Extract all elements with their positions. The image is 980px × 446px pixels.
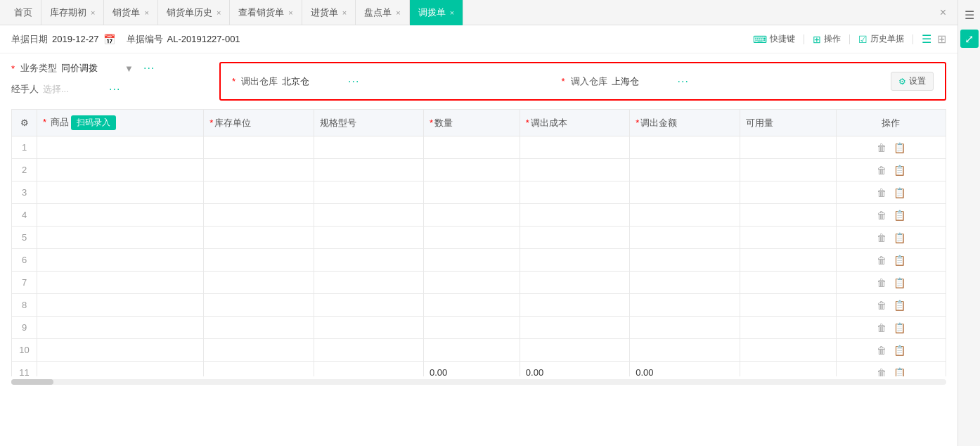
copy-row-icon[interactable]: 📋: [894, 277, 905, 288]
business-type-dropdown[interactable]: ▼: [124, 63, 134, 74]
cost-cell[interactable]: [520, 227, 629, 249]
cost-cell[interactable]: [520, 181, 629, 204]
copy-row-icon[interactable]: 📋: [894, 322, 905, 333]
spec-cell[interactable]: [314, 294, 423, 317]
amount-cell[interactable]: [630, 317, 740, 339]
delete-row-icon[interactable]: 🗑: [877, 255, 886, 266]
tab-sales-history-close[interactable]: ×: [217, 8, 221, 17]
tab-inventory-init-close[interactable]: ×: [91, 8, 95, 17]
copy-row-icon[interactable]: 📋: [894, 345, 905, 356]
product-cell[interactable]: [37, 136, 204, 159]
copy-row-icon[interactable]: 📋: [894, 255, 905, 266]
unit-cell[interactable]: [204, 317, 314, 339]
sidebar-expand-icon[interactable]: ⤢: [960, 30, 979, 48]
transfer-out-value[interactable]: 北京仓: [282, 75, 338, 88]
transfer-out-ellipsis[interactable]: ···: [348, 75, 359, 88]
product-cell[interactable]: [37, 339, 204, 362]
transfer-in-value[interactable]: 上海仓: [612, 75, 668, 88]
product-cell[interactable]: [37, 159, 204, 181]
qty-cell[interactable]: [424, 181, 520, 204]
cost-cell[interactable]: [520, 136, 629, 159]
qty-cell[interactable]: [424, 227, 520, 249]
transfer-in-ellipsis[interactable]: ···: [678, 75, 689, 88]
tab-sales-order[interactable]: 销货单 ×: [104, 0, 157, 25]
spec-cell[interactable]: [314, 317, 423, 339]
copy-row-icon[interactable]: 📋: [894, 210, 905, 221]
cost-cell[interactable]: [520, 317, 629, 339]
cost-cell[interactable]: [520, 159, 629, 181]
tab-inventory-check-close[interactable]: ×: [396, 8, 400, 17]
tab-transfer-order-close[interactable]: ×: [450, 8, 454, 17]
qty-cell[interactable]: [424, 339, 520, 362]
delete-row-icon[interactable]: 🗑: [877, 232, 886, 243]
handler-placeholder[interactable]: 选择...: [43, 83, 99, 96]
product-cell[interactable]: [37, 204, 204, 227]
scan-btn[interactable]: 扫码录入: [71, 115, 116, 130]
spec-cell[interactable]: [314, 181, 423, 204]
spec-cell[interactable]: [314, 272, 423, 294]
unit-cell[interactable]: [204, 339, 314, 362]
product-cell[interactable]: [37, 181, 204, 204]
delete-row-icon[interactable]: 🗑: [877, 300, 886, 311]
delete-row-icon[interactable]: 🗑: [877, 210, 886, 221]
unit-cell[interactable]: [204, 204, 314, 227]
settings-button[interactable]: ⚙ 设置: [891, 72, 934, 91]
copy-row-icon[interactable]: 📋: [894, 232, 905, 243]
amount-cell[interactable]: [630, 227, 740, 249]
amount-cell[interactable]: [630, 249, 740, 272]
delete-row-icon[interactable]: 🗑: [877, 322, 886, 333]
tab-home[interactable]: 首页: [6, 0, 41, 25]
delete-row-icon[interactable]: 🗑: [877, 345, 886, 356]
horizontal-scrollbar[interactable]: [11, 379, 946, 385]
amount-cell[interactable]: [630, 181, 740, 204]
col-settings[interactable]: ⚙: [12, 110, 37, 136]
product-cell[interactable]: [37, 294, 204, 317]
tab-inventory-init[interactable]: 库存期初 ×: [41, 0, 104, 25]
product-cell[interactable]: [37, 249, 204, 272]
tab-inventory-check[interactable]: 盘点单 ×: [356, 0, 409, 25]
tab-view-sales-close[interactable]: ×: [288, 8, 292, 17]
calendar-icon[interactable]: 📅: [103, 34, 115, 45]
shortcuts-action[interactable]: ⌨ 快捷键: [753, 33, 795, 45]
list-view-icon[interactable]: ☰: [922, 32, 931, 46]
unit-cell[interactable]: [204, 249, 314, 272]
unit-cell[interactable]: [204, 272, 314, 294]
delete-row-icon[interactable]: 🗑: [877, 187, 886, 198]
cost-cell[interactable]: [520, 204, 629, 227]
cost-cell[interactable]: [520, 294, 629, 317]
delete-row-icon[interactable]: 🗑: [877, 142, 886, 153]
view-toggle[interactable]: ☰ ⊞: [922, 32, 946, 46]
settings-col-icon[interactable]: ⚙: [20, 117, 29, 128]
qty-cell[interactable]: [424, 204, 520, 227]
cost-cell[interactable]: [520, 249, 629, 272]
tab-purchase-order-close[interactable]: ×: [342, 8, 347, 17]
unit-cell[interactable]: [204, 227, 314, 249]
amount-cell[interactable]: [630, 272, 740, 294]
spec-cell[interactable]: [314, 136, 423, 159]
unit-cell[interactable]: [204, 181, 314, 204]
spec-cell[interactable]: [314, 204, 423, 227]
copy-row-icon[interactable]: 📋: [894, 165, 905, 176]
qty-cell[interactable]: [424, 136, 520, 159]
handler-ellipsis[interactable]: ···: [109, 83, 120, 96]
product-cell[interactable]: [37, 272, 204, 294]
qty-cell[interactable]: [424, 249, 520, 272]
unit-cell[interactable]: [204, 294, 314, 317]
qty-cell[interactable]: [424, 272, 520, 294]
tab-transfer-order[interactable]: 调拨单 ×: [410, 0, 463, 25]
business-type-ellipsis[interactable]: ···: [143, 62, 155, 75]
spec-cell[interactable]: [314, 339, 423, 362]
cost-cell[interactable]: [520, 272, 629, 294]
amount-cell[interactable]: [630, 204, 740, 227]
copy-row-icon[interactable]: 📋: [894, 142, 905, 153]
copy-row-icon[interactable]: 📋: [894, 300, 905, 311]
copy-icon[interactable]: 📋: [894, 367, 905, 377]
product-cell[interactable]: [37, 317, 204, 339]
spec-cell[interactable]: [314, 159, 423, 181]
delete-row-icon[interactable]: 🗑: [877, 277, 886, 288]
amount-cell[interactable]: [630, 294, 740, 317]
tab-sales-history[interactable]: 销货单历史 ×: [158, 0, 230, 25]
cost-cell[interactable]: [520, 339, 629, 362]
qty-cell[interactable]: [424, 294, 520, 317]
copy-row-icon[interactable]: 📋: [894, 187, 905, 198]
